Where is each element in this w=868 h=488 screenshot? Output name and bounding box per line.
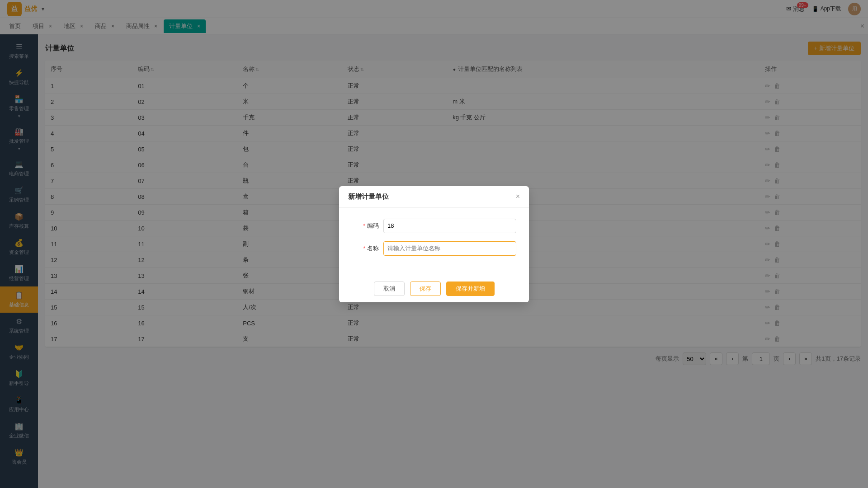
form-row-code: 编码 xyxy=(352,219,516,233)
modal-header: 新增计量单位 × xyxy=(339,186,529,208)
cancel-button[interactable]: 取消 xyxy=(374,282,405,296)
name-label: 名称 xyxy=(352,244,379,253)
modal-footer: 取消 保存 保存并新增 xyxy=(339,275,529,302)
modal-close-button[interactable]: × xyxy=(516,192,520,201)
code-input[interactable] xyxy=(383,219,516,233)
add-unit-modal: 新增计量单位 × 编码 名称 取消 保存 保存并新增 xyxy=(339,186,529,302)
modal-overlay: 新增计量单位 × 编码 名称 取消 保存 保存并新增 xyxy=(0,0,868,488)
form-row-name: 名称 xyxy=(352,241,516,256)
save-button[interactable]: 保存 xyxy=(410,282,441,296)
modal-title: 新增计量单位 xyxy=(348,192,389,201)
modal-body: 编码 名称 xyxy=(339,208,529,275)
name-input[interactable] xyxy=(383,241,516,256)
code-label: 编码 xyxy=(352,222,379,230)
save-and-new-button[interactable]: 保存并新增 xyxy=(446,282,495,296)
